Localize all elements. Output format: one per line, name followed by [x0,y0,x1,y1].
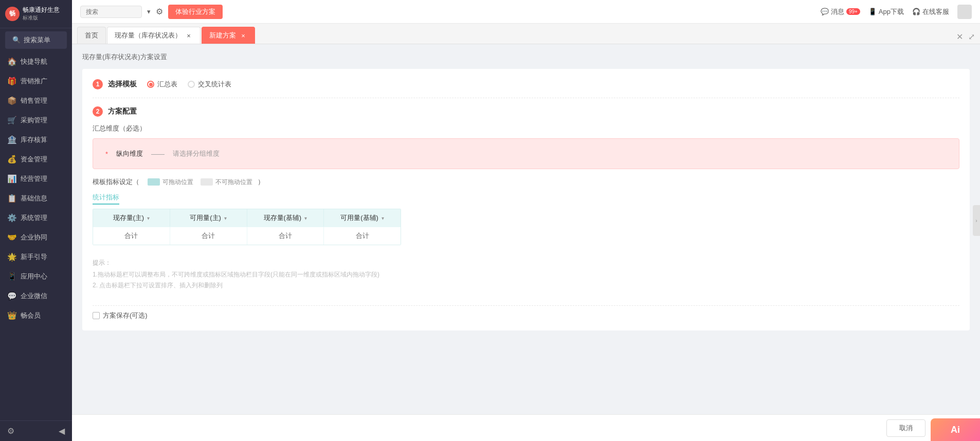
online-service-label: 在线客服 [922,7,949,16]
star-icon: 🌟 [7,252,16,262]
page-content: 现存量(库存状况表)方案设置 1 选择模板 汇总表 交叉统计表 [72,44,980,414]
tab-inventory[interactable]: 现存量（库存状况表） × [107,27,201,44]
topbar-gear-icon[interactable]: ⚙ [156,7,163,16]
tips-title: 提示： [93,259,959,267]
col3-chevron[interactable]: ▾ [304,215,307,221]
tab-new-plan[interactable]: 新建方案 × [202,27,255,44]
save-checkbox-label[interactable]: 方案保存(可选) [93,311,959,320]
settings-footer-icon[interactable]: ⚙ [7,426,14,436]
sidebar-item-sales[interactable]: 📦 销售管理 [0,91,72,111]
fixed-label: 不可拖动位置 [215,178,252,187]
col4-chevron[interactable]: ▾ [382,215,384,221]
sidebar-item-label: 畅会员 [21,311,41,320]
col1-chevron[interactable]: ▾ [147,215,150,221]
cart-icon: 🛒 [7,116,16,125]
sidebar-item-system[interactable]: ⚙️ 系统管理 [0,208,72,228]
sidebar-item-purchase[interactable]: 🛒 采购管理 [0,111,72,130]
user-avatar[interactable] [957,5,972,19]
sidebar-logo: 畅 畅康通好生意 标准版 [0,0,72,28]
topbar-dropdown[interactable]: ▾ [147,8,151,15]
dimension-dash: —— [151,150,165,158]
stats-table-header: 现存量(主) ▾ 可用量(主) ▾ 现存量(基辅) ▾ 可用量(基辅) [93,209,401,227]
main-area: ▾ ⚙ 体验行业方案 💬 消息 99+ 📱 App下载 🎧 在线客服 首页 [72,0,980,441]
col2-chevron[interactable]: ▾ [224,215,227,221]
sidebar-item-management[interactable]: 📊 经营管理 [0,169,72,189]
sidebar-item-member[interactable]: 👑 畅会员 [0,306,72,325]
sidebar-item-finance[interactable]: 💰 资金管理 [0,150,72,169]
search-icon: 🔍 [12,36,21,44]
msg-label: 消息 [831,7,844,16]
sidebar-item-app-center[interactable]: 📱 应用中心 [0,267,72,286]
dimension-placeholder: 请选择分组维度 [173,149,220,158]
tabbar: 首页 现存量（库存状况表） × 新建方案 × ✕ ⤢ [72,24,980,44]
sidebar-item-quick-nav[interactable]: 🏠 快捷导航 [0,52,72,71]
sidebar-item-label: 新手引导 [21,252,47,262]
sidebar-search-menu[interactable]: 🔍 搜索菜单 [5,31,67,49]
indicator-settings-row: 模板指标设定（ 可拖动位置 不可拖动位置 ） [93,177,959,187]
tab-new-plan-label: 新建方案 [209,31,236,40]
panel-close-icon[interactable]: ✕ [956,32,963,42]
legend-movable: 可拖动位置 [148,178,193,187]
radio-cross-label: 交叉统计表 [198,80,231,89]
industry-btn[interactable]: 体验行业方案 [168,5,223,19]
sidebar-item-label: 库存核算 [21,135,47,144]
col2-label: 可用量(主) [190,213,221,223]
tip-1-text: 1.拖动标题栏可以调整布局，不可跨维度或指标区域拖动栏目字段(只能在同一维度或指… [93,270,379,279]
step1-num: 1 [93,79,103,89]
page-title: 现存量(库存状况表)方案设置 [82,52,970,62]
online-service-button[interactable]: 🎧 在线客服 [912,7,949,16]
sidebar-item-marketing[interactable]: 🎁 营销推广 [0,71,72,91]
radio-cross[interactable]: 交叉统计表 [188,80,231,89]
bank-icon: 🏦 [7,135,16,144]
stats-col-4[interactable]: 可用量(基辅) ▾ [324,209,401,227]
sidebar-item-newbie[interactable]: 🌟 新手引导 [0,247,72,267]
radio-summary[interactable]: 汇总表 [147,80,177,89]
sidebar-nav: 🔍 搜索菜单 🏠 快捷导航 🎁 营销推广 📦 销售管理 🛒 采购管理 🏦 库存核… [0,28,72,420]
footer-bar: 取消 查询 [72,414,980,441]
vertical-dim-label: 纵向维度 [116,149,143,158]
app-logo-icon: 畅 [5,7,20,21]
msg-button[interactable]: 💬 消息 99+ [821,7,860,16]
tab-inventory-close[interactable]: × [185,31,193,40]
sidebar-item-inventory[interactable]: 🏦 库存核算 [0,130,72,150]
cancel-button[interactable]: 取消 [886,419,925,437]
right-expand-handle[interactable]: › [973,205,980,236]
legend-fixed: 不可拖动位置 [201,178,252,187]
sidebar-item-wechat[interactable]: 💬 企业微信 [0,286,72,306]
sidebar-item-basic-info[interactable]: 📋 基础信息 [0,189,72,208]
ai-badge[interactable]: Ai [931,418,980,441]
cell-1-2: 合计 [170,227,247,245]
main-card: 1 选择模板 汇总表 交叉统计表 2 方案配置 [82,69,970,330]
home-icon: 🏠 [7,57,16,66]
collapse-icon[interactable]: ◀ [59,426,65,436]
mobile-icon: 📱 [7,272,16,281]
stats-col-1[interactable]: 现存量(主) ▾ [93,209,170,227]
sidebar-item-label: 采购管理 [21,116,47,125]
radio-summary-dot [147,81,154,88]
handshake-icon: 🤝 [7,233,16,242]
download-icon: 📱 [868,8,877,15]
list-icon: 📋 [7,194,16,203]
tab-home[interactable]: 首页 [77,27,106,44]
stats-col-2[interactable]: 可用量(主) ▾ [170,209,247,227]
app-download-button[interactable]: 📱 App下载 [868,7,904,16]
sidebar-item-label: 销售管理 [21,96,47,105]
panel-expand-icon[interactable]: ⤢ [968,32,975,42]
app-version: 标准版 [23,14,60,22]
stats-col-3[interactable]: 现存量(基辅) ▾ [247,209,324,227]
col4-label: 可用量(基辅) [340,213,378,223]
sidebar-item-cooperation[interactable]: 🤝 企业协同 [0,228,72,247]
tab-new-plan-close[interactable]: × [239,31,247,40]
cell-1-1: 合计 [93,227,170,245]
indicator-legend: 可拖动位置 不可拖动位置 [148,178,252,187]
indicator-settings-suffix: ） [258,177,264,187]
dimension-row[interactable]: * 纵向维度 —— 请选择分组维度 [93,138,959,169]
chart-icon: 📊 [7,174,16,183]
app-download-label: App下载 [879,7,904,16]
stats-section-title: 统计指标 [93,193,119,205]
sidebar-item-label: 应用中心 [21,272,47,281]
topbar-search-input[interactable] [80,6,142,18]
sidebar-item-label: 经营管理 [21,174,47,183]
topbar-right: 💬 消息 99+ 📱 App下载 🎧 在线客服 [821,5,972,19]
save-checkbox[interactable] [93,312,100,319]
